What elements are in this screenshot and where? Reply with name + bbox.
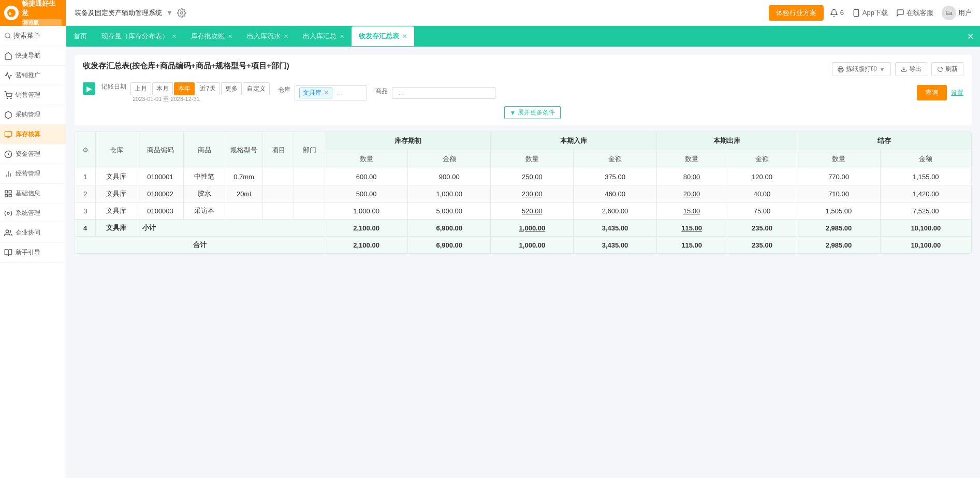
filter-row-1: 记账日期 上月 本月 本年 近7天 更多 自定义 20 xyxy=(101,82,963,103)
date-7days[interactable]: 近7天 xyxy=(196,82,220,95)
row-code: 0100002 xyxy=(137,185,184,202)
app-download[interactable]: App下载 xyxy=(852,8,888,18)
subtotal-in-qty[interactable]: 1,000.00 xyxy=(491,220,574,237)
sidebar-item-finance[interactable]: 资金管理 xyxy=(0,144,66,164)
subtotal-out-qty[interactable]: 115.00 xyxy=(656,220,727,237)
sidebar-item-guide[interactable]: 新手引导 xyxy=(0,243,66,263)
sidebar-item-purchase-label: 采购管理 xyxy=(16,110,40,119)
tab-close-receive-send-summary[interactable]: ✕ xyxy=(402,33,407,40)
sidebar-item-business[interactable]: 经营管理 xyxy=(0,164,66,184)
warehouse-more[interactable]: ... xyxy=(334,89,344,97)
row-out-amt: 75.00 xyxy=(727,202,797,220)
sidebar-item-inventory[interactable]: 库存核算 xyxy=(0,125,66,144)
tab-close-in-out-flow[interactable]: ✕ xyxy=(284,33,288,40)
row-name: 采访本 xyxy=(184,202,225,220)
topbar: 装备及固定资产辅助管理系统 ▼ 体验行业方案 6 App下载 在线客服 Ea xyxy=(66,0,980,26)
print-btn[interactable]: 拣纸版打印 ▼ xyxy=(832,62,891,76)
tab-batch[interactable]: 库存批次账 ✕ xyxy=(184,26,240,46)
app-name: 畅捷通好生意 xyxy=(22,0,62,18)
row-open-amt: 1,000.00 xyxy=(408,185,491,202)
tabs-bar: 首页 现存量（库存分布表） ✕ 库存批次账 ✕ 出入库流水 ✕ 出入库汇总 ✕ … xyxy=(66,26,980,47)
tab-home[interactable]: 首页 xyxy=(66,26,94,46)
settings-link[interactable]: 设置 xyxy=(951,89,963,97)
tab-in-out-flow[interactable]: 出入库流水 ✕ xyxy=(240,26,296,46)
row-name: 胶水 xyxy=(184,185,225,202)
column-settings-icon[interactable]: ⚙ xyxy=(82,146,89,154)
date-this-year[interactable]: 本年 xyxy=(174,82,195,95)
online-service[interactable]: 在线客服 xyxy=(896,8,933,18)
user-avatar: Ea xyxy=(942,6,956,20)
svg-point-17 xyxy=(7,212,9,214)
date-this-month[interactable]: 本月 xyxy=(152,82,173,95)
row-project xyxy=(263,185,294,202)
tab-inventory-dist[interactable]: 现存量（库存分布表） ✕ xyxy=(94,26,184,46)
data-table-container: ⚙ 仓库 商品编码 商品 规格型号 项目 部门 库存期初 本期入库 本期出库 结… xyxy=(75,132,972,254)
goods-more[interactable]: ... xyxy=(397,89,406,97)
row-out-qty[interactable]: 15.00 xyxy=(656,202,727,220)
sidebar-item-purchase[interactable]: 采购管理 xyxy=(0,105,66,125)
settings-icon[interactable] xyxy=(177,8,186,18)
sidebar-search[interactable]: 搜索菜单 xyxy=(0,26,66,46)
expand-conditions-btn[interactable]: ▼ 展开更多条件 xyxy=(504,106,561,119)
row-out-qty[interactable]: 80.00 xyxy=(656,168,727,185)
tab-close-batch[interactable]: ✕ xyxy=(228,33,232,40)
topbar-dropdown-icon[interactable]: ▼ xyxy=(166,9,173,17)
th-settings: ⚙ xyxy=(75,132,96,168)
subtotal-row: 4 文具库 小计 2,100.00 6,900.00 1,000.00 3,43… xyxy=(75,220,972,237)
row-in-amt: 2,600.00 xyxy=(574,202,656,220)
refresh-btn[interactable]: 刷新 xyxy=(931,62,963,76)
warehouse-input[interactable]: 文具库 ✕ ... xyxy=(295,85,367,100)
warehouse-label: 仓库 xyxy=(278,85,290,94)
row-dept xyxy=(294,168,325,185)
svg-point-5 xyxy=(11,98,11,98)
filter-toggle[interactable]: ▶ xyxy=(83,82,95,95)
notifications[interactable]: 6 xyxy=(830,9,844,17)
sidebar-search-label: 搜索菜单 xyxy=(13,31,40,40)
svg-line-3 xyxy=(9,37,11,39)
app-download-label: App下载 xyxy=(862,8,888,18)
sidebar-item-guide-label: 新手引导 xyxy=(16,248,40,257)
row-in-qty[interactable]: 520.00 xyxy=(491,202,574,220)
svg-point-18 xyxy=(6,230,8,233)
date-last-month[interactable]: 上月 xyxy=(130,82,151,95)
tab-close-in-out-summary[interactable]: ✕ xyxy=(340,33,344,40)
sidebar-item-sales[interactable]: 销售管理 xyxy=(0,85,66,105)
tab-close-inventory-dist[interactable]: ✕ xyxy=(172,33,177,40)
row-open-qty: 500.00 xyxy=(325,185,408,202)
refresh-label: 刷新 xyxy=(945,65,958,74)
subtotal-seq: 4 xyxy=(75,220,96,237)
row-out-amt: 40.00 xyxy=(727,185,797,202)
svg-point-4 xyxy=(7,98,7,98)
row-out-qty[interactable]: 20.00 xyxy=(656,185,727,202)
subtotal-open-qty: 2,100.00 xyxy=(325,220,408,237)
th-opening: 库存期初 xyxy=(325,132,491,150)
trial-btn[interactable]: 体验行业方案 xyxy=(769,5,824,21)
tab-receive-send-summary[interactable]: 收发存汇总表 ✕ xyxy=(352,26,414,46)
row-open-amt: 5,000.00 xyxy=(408,202,491,220)
system-name: 装备及固定资产辅助管理系统 xyxy=(75,8,162,18)
notifications-label: 6 xyxy=(840,9,844,17)
sidebar-item-base[interactable]: 基础信息 xyxy=(0,184,66,204)
goods-input[interactable]: ... xyxy=(392,87,495,99)
row-spec: 20ml xyxy=(225,185,263,202)
export-label: 导出 xyxy=(909,65,922,74)
tabs-close-all[interactable]: ✕ xyxy=(961,32,980,41)
row-project xyxy=(263,202,294,220)
export-btn[interactable]: 导出 xyxy=(895,62,927,76)
row-in-qty[interactable]: 250.00 xyxy=(491,168,574,185)
sidebar-item-marketing-label: 营销推广 xyxy=(16,71,40,80)
sidebar-item-system-label: 系统管理 xyxy=(16,209,40,218)
date-custom[interactable]: 自定义 xyxy=(243,82,270,95)
sidebar-item-system[interactable]: 系统管理 xyxy=(0,204,66,223)
sidebar-item-quick[interactable]: 快捷导航 xyxy=(0,46,66,66)
user-menu[interactable]: Ea 用户 xyxy=(942,6,972,20)
row-spec: 0.7mm xyxy=(225,168,263,185)
date-more[interactable]: 更多 xyxy=(221,82,242,95)
sidebar-item-marketing[interactable]: 营销推广 xyxy=(0,66,66,85)
sidebar-item-corp[interactable]: 企业协同 xyxy=(0,223,66,243)
row-in-qty[interactable]: 230.00 xyxy=(491,185,574,202)
query-btn[interactable]: 查询 xyxy=(917,85,947,100)
warehouse-tag-close[interactable]: ✕ xyxy=(324,89,329,96)
tab-in-out-summary[interactable]: 出入库汇总 ✕ xyxy=(296,26,352,46)
total-out-amt: 235.00 xyxy=(727,237,797,254)
